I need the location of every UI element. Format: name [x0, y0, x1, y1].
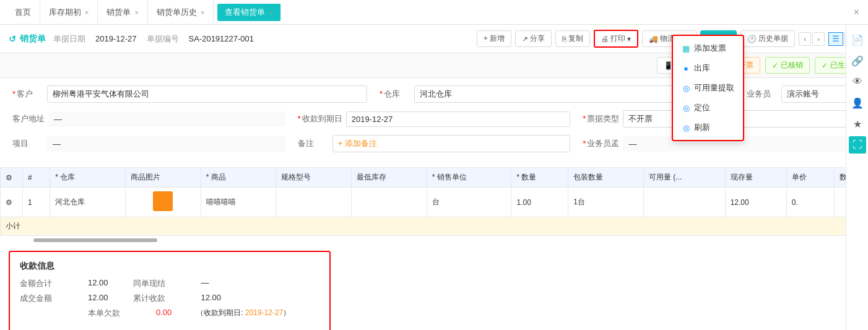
tab-view-sales-close[interactable]: × [269, 9, 272, 16]
col-gear: ⚙ [1, 168, 23, 188]
tab-sales-order[interactable]: 销货单 × [98, 0, 147, 24]
check-button[interactable]: ✓ 已核销 [765, 57, 810, 74]
col-unit-price: 单价 [786, 168, 834, 188]
available-qty-icon: ◎ [682, 84, 690, 92]
tab-view-sales[interactable]: 查看销货单 × [217, 4, 280, 21]
row-available [643, 188, 725, 217]
history-icon: 🕐 [747, 35, 757, 43]
doc-title-area: ↺ 销货单 单据日期 2019-12-27 单据编号 SA-20191227-0… [9, 33, 254, 45]
tab-sales-history[interactable]: 销货单历史 × [148, 0, 214, 24]
sidebar-star-icon[interactable]: ★ [849, 115, 866, 132]
staff-label: 业务员 [747, 89, 778, 100]
project-label: 项目 [12, 138, 43, 149]
dropdown-locate[interactable]: ◎ 定位 [673, 98, 743, 118]
dropdown-refresh[interactable]: ◎ 刷新 [673, 118, 743, 137]
total-amount-label: 金额合计 [20, 278, 63, 289]
print-dropdown-arrow: ▾ [627, 35, 631, 43]
project-value: — [47, 136, 285, 152]
ship-out-icon: ● [682, 64, 690, 72]
col-spec: 规格型号 [276, 168, 352, 188]
copy-button[interactable]: ⎘ 复制 [555, 30, 590, 47]
col-quantity: * 数量 [511, 168, 568, 188]
table-scrollbar-area [9, 238, 859, 242]
prev-arrow[interactable]: ‹ [799, 32, 811, 46]
total-amount-value: 12.00 [88, 278, 108, 289]
customer-label: 客户 [12, 89, 43, 100]
locate-icon: ◎ [682, 103, 690, 112]
toolbar-right: + 新增 ↗ 分享 ⎘ 复制 🖨 打印 ▾ 🚚 物流信息 ⊞ 操作 [477, 30, 859, 48]
add-note-button[interactable]: + 添加备注 [332, 135, 571, 152]
add-invoice-icon: ▦ [682, 44, 690, 53]
list-view-btn[interactable]: ☰ [828, 32, 843, 46]
address-label: 客户地址 [12, 113, 45, 124]
row-current-stock: 12.00 [725, 188, 786, 217]
history-button[interactable]: 🕐 历史单据 [740, 30, 795, 47]
refresh-icon: ◎ [682, 123, 690, 132]
share-icon: ↗ [522, 35, 528, 43]
col-available: 可用量 (... [643, 168, 725, 188]
col-pack-qty: 包装数量 [568, 168, 644, 188]
nav-arrows: ‹ › [799, 32, 825, 46]
same-order-value: — [201, 278, 209, 289]
tab-sales-history-close[interactable]: × [201, 9, 204, 16]
due-date-note: （收款到期日: 2019-12-27） [196, 308, 290, 319]
new-button[interactable]: + 新增 [477, 30, 511, 47]
row-unit-price: 0. [786, 188, 834, 217]
share-button[interactable]: ↗ 分享 [515, 30, 552, 47]
horizontal-scrollbar[interactable] [33, 238, 157, 242]
subtotal-row: 小计 [1, 217, 868, 236]
tab-stock-init-close[interactable]: × [85, 9, 89, 16]
dropdown-add-invoice[interactable]: ▦ 添加发票 [673, 38, 743, 58]
current-due-static-label: 本单欠款 [88, 308, 131, 319]
payment-date-field: 收款到期日 2019-12-27 [298, 111, 571, 127]
right-sidebar: 📄 🔗 👁 👤 ★ ⛶ [846, 25, 868, 330]
dropdown-ship-out[interactable]: ● 出库 [673, 58, 743, 78]
invoice-label: 票据类型 [583, 113, 619, 124]
table-row: ⚙ 1 河北仓库 嘻嘻嘻嘻 台 1.00 1台 12.00 0. [1, 188, 868, 217]
customer-value[interactable]: 柳州粤港平安气体有限公司 [47, 85, 367, 103]
window-close-button[interactable]: × [854, 7, 859, 18]
sales-order-icon: ↺ [9, 34, 16, 44]
row-gear[interactable]: ⚙ [1, 188, 23, 217]
next-arrow[interactable]: › [812, 32, 825, 46]
row-min-stock [352, 188, 427, 217]
row-spec [276, 188, 352, 217]
row-product: 嘻嘻嘻嘻 [201, 188, 276, 217]
address-field: 客户地址 — [12, 111, 285, 127]
sidebar-doc-icon[interactable]: 📄 [849, 31, 866, 48]
staff-value: 演示账号 [781, 85, 856, 103]
current-due-label [20, 308, 63, 319]
subtotal-label: 小计 [1, 217, 868, 236]
row-num: 1 [23, 188, 50, 217]
project-field: 项目 — [12, 136, 285, 152]
dropdown-available-qty[interactable]: ◎ 可用量提取 [673, 78, 743, 98]
doc-meta: 单据日期 2019-12-27 单据编号 SA-20191227-001 [53, 33, 254, 45]
payment-row-3: 本单欠款 0.00 （收款到期日: 2019-12-27） [20, 308, 319, 319]
sidebar-user-icon[interactable]: 👤 [849, 94, 866, 111]
sidebar-link-icon[interactable]: 🔗 [849, 52, 866, 69]
due-date-value: 2019-12-27 [245, 308, 283, 317]
cumulative-label: 累计收款 [133, 293, 176, 304]
product-table: ⚙ # * 仓库 商品图片 * 商品 规格型号 最低库存 * 销售单位 * 数量… [0, 167, 868, 236]
row-sales-unit: 台 [427, 188, 511, 217]
doc-title: ↺ 销货单 [9, 33, 46, 45]
sidebar-expand-icon[interactable]: ⛶ [849, 136, 866, 154]
warehouse-label: 仓库 [380, 89, 410, 100]
print-button[interactable]: 🖨 打印 ▾ [594, 30, 638, 48]
transaction-amount-value: 12.00 [88, 293, 108, 304]
col-warehouse: * 仓库 [50, 168, 126, 188]
sidebar-eye-icon[interactable]: 👁 [849, 73, 866, 90]
tab-home[interactable]: 首页 [6, 0, 40, 24]
note-label: 备注 [298, 138, 329, 149]
current-due-value: 0.00 [156, 308, 171, 319]
payment-date-value[interactable]: 2019-12-27 [346, 111, 571, 127]
sales-staff-label: 业务员孟 [583, 138, 619, 149]
note-field: 备注 + 添加备注 [298, 135, 571, 152]
tab-stock-init[interactable]: 库存期初 × [40, 0, 98, 24]
truck-icon: 🚚 [649, 35, 658, 43]
col-product: * 商品 [201, 168, 276, 188]
tab-sales-order-close[interactable]: × [134, 9, 138, 16]
row-quantity: 1.00 [511, 188, 568, 217]
payment-row-1: 金额合计 12.00 同单现结 — [20, 278, 319, 289]
payment-info-title: 收款信息 [20, 261, 319, 272]
